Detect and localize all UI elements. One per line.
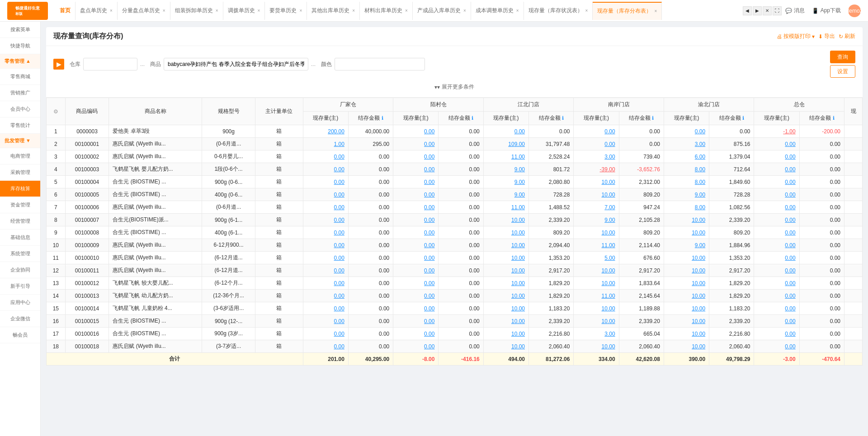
print-dropdown-icon: ▾ (812, 33, 815, 40)
th-gear[interactable]: ⚙ (47, 98, 66, 125)
page-title: 现存量查询(库存分布) (53, 32, 123, 41)
tab-----------[interactable]: 现存量（库存状况表）× (524, 2, 593, 20)
gear-icon[interactable]: ⚙ (53, 108, 58, 115)
tab-close-icon[interactable]: × (516, 8, 519, 13)
yubei-info-icon[interactable]: ℹ (742, 115, 744, 121)
th-group-total: 总仓 (754, 98, 844, 112)
tab-strip: 首页盘点单历史×分量盘点单历史×组装拆卸单历史×调拨单历史×要货单历史×其他出库… (55, 0, 741, 22)
filter-expand-btn[interactable]: ▶ (53, 59, 64, 70)
sidebar-item-----[interactable]: 基础信息 (0, 230, 40, 246)
sidebar-item-----[interactable]: 企业微信 (0, 311, 40, 327)
th-nanan-qty: 现存量(主) (574, 112, 619, 125)
color-filter: 颜色 (321, 58, 425, 70)
inventory-table: ⚙ 商品编码 商品名称 规格型号 主计量单位 厂家仓 陌村仓 江北门店 南岸门店… (46, 98, 863, 366)
page-header: 现存量查询(库存分布) 🖨 按模版打印 ▾ ⬇ 导出 ↻ 刷新 (46, 27, 863, 46)
tab-expand-arrow[interactable]: ⛶ (773, 6, 782, 15)
jiangbei-info-icon[interactable]: ℹ (562, 115, 564, 121)
tab---[interactable]: 首页 (55, 2, 75, 20)
app-logo: 畅捷通好生意 标版 (7, 2, 48, 20)
total-info-icon[interactable]: ℹ (833, 115, 835, 121)
tab-close-arrow[interactable]: ✕ (763, 6, 772, 15)
sidebar-item----[interactable]: 畅会员 (0, 327, 40, 343)
tab-close-icon[interactable]: × (163, 8, 165, 13)
sidebar-item-----[interactable]: 营销推广 (0, 85, 40, 101)
tab-close-icon[interactable]: × (405, 8, 408, 13)
user-menu[interactable]: demo2 (848, 5, 861, 17)
goods-dots-btn[interactable]: ... (311, 61, 316, 67)
sidebar-item-----[interactable]: 库存核算 (0, 181, 40, 197)
tab-close-icon[interactable]: × (110, 8, 113, 13)
tab--------[interactable]: 其他出库单历史× (307, 2, 360, 20)
sidebar-item-----[interactable]: 零售商城 (0, 69, 40, 85)
table-container[interactable]: ⚙ 商品编码 商品名称 规格型号 主计量单位 厂家仓 陌村仓 江北门店 南岸门店… (46, 98, 863, 366)
sidebar-item-----[interactable]: 零售统计 (0, 117, 40, 134)
th-jiangbei-amt: 结存金额 ℹ (529, 112, 574, 125)
tab-next-arrow[interactable]: ▶ (753, 6, 762, 15)
tab-close-icon[interactable]: × (299, 8, 302, 13)
th-jiangbei-qty: 现存量(主) (483, 112, 528, 125)
nanan-info-icon[interactable]: ℹ (652, 115, 654, 121)
sidebar-item-----[interactable]: 电商管理 (0, 148, 40, 164)
message-icon: 💬 (785, 8, 792, 14)
factory-info-icon[interactable]: ℹ (382, 115, 383, 121)
sidebar-item-----[interactable]: 资金管理 (0, 197, 40, 213)
refresh-btn[interactable]: ↻ 刷新 (839, 33, 855, 40)
tab-close-icon[interactable]: × (352, 8, 355, 13)
sidebar-item-----[interactable]: 采购管理 (0, 164, 40, 181)
sidebar-item-----[interactable]: 经营管理 (0, 213, 40, 230)
tab-nav-arrows: ◀ ▶ ✕ ⛶ (743, 6, 782, 15)
tab------[interactable]: 盘点单历史× (75, 2, 118, 20)
setting-btn[interactable]: 设置 (830, 65, 855, 78)
sidebar-item-------[interactable]: 批发管理 ▼ (0, 134, 40, 148)
filter-area: ▶ 仓库 ... 商品 ... 颜色 查询 设置 ▾▾ 展开更多条件 (46, 46, 863, 98)
th-current: 现 (844, 98, 863, 125)
tab-----------[interactable]: 现存量（库存分布表）× (593, 2, 662, 20)
mucun-info-icon[interactable]: ℹ (472, 115, 473, 121)
table-row: 1100100010惠氏启赋 (Wyeth illu...(6-12月道...箱… (47, 252, 863, 264)
expand-more-btn[interactable]: ▾▾ 展开更多条件 (53, 81, 855, 93)
table-row: 1500100014飞鹤星飞帆 儿童奶粉 4...(3-6岁适用...箱0.00… (47, 302, 863, 315)
tab--------[interactable]: 组装拆卸单历史× (170, 2, 223, 20)
tab-close-icon[interactable]: × (216, 8, 218, 13)
warehouse-dots-btn[interactable]: ... (140, 61, 145, 67)
messages-btn[interactable]: 💬 消息 (785, 7, 805, 14)
th-yubei-qty: 现存量(主) (664, 112, 709, 125)
th-yubei-amt: 结存金额 ℹ (709, 112, 754, 125)
tab-close-icon[interactable]: × (258, 8, 260, 13)
sidebar: 搜索英单快捷导航零售管理 ▲零售商城营销推广会员中心零售统计批发管理 ▼电商管理… (0, 22, 41, 436)
print-btn[interactable]: 🖨 按模版打印 ▾ (777, 33, 815, 40)
tab--------[interactable]: 成本调整单历史× (471, 2, 524, 20)
th-group-yubei: 渝北门店 (664, 98, 754, 112)
sidebar-item-----[interactable]: 企业协同 (0, 262, 40, 278)
tab--------[interactable]: 分量盘点单历史× (118, 2, 170, 20)
tab-prev-arrow[interactable]: ◀ (743, 6, 752, 15)
page-actions: 🖨 按模版打印 ▾ ⬇ 导出 ↻ 刷新 (777, 33, 855, 40)
sidebar-item-----[interactable]: 搜索英单 (0, 22, 40, 38)
tab---------[interactable]: 产成品入库单历史× (413, 2, 471, 20)
tab-close-icon[interactable]: × (654, 9, 657, 14)
sidebar-item-----[interactable]: 系统管理 (0, 246, 40, 262)
color-input[interactable] (335, 58, 425, 70)
sidebar-item-----[interactable]: 快捷导航 (0, 38, 40, 54)
th-nanan-amt: 结存金额 ℹ (619, 112, 664, 125)
tab-close-icon[interactable]: × (463, 8, 466, 13)
app-download-btn[interactable]: 📱 App下载 (812, 7, 841, 14)
table-row: 1200100011惠氏启赋 (Wyeth illu...(6-12月道...箱… (47, 264, 863, 277)
tab------[interactable]: 调拨单历史× (223, 2, 265, 20)
export-btn[interactable]: ⬇ 导出 (818, 33, 835, 40)
tab--------[interactable]: 材料出库单历史× (360, 2, 413, 20)
sidebar-item-----[interactable]: 会员中心 (0, 101, 40, 117)
warehouse-input[interactable] (83, 58, 137, 70)
th-group-mucun: 陌村仓 (393, 98, 484, 112)
tab------[interactable]: 要货单历史× (265, 2, 307, 20)
table-row: 10000003爱他美 卓萃3段900g箱200.0040,000.000.00… (47, 125, 863, 138)
sidebar-item-----[interactable]: 应用中心 (0, 295, 40, 311)
table-row: 900100008合生元 (BIOSTIME) ...400g (6-1...箱… (47, 226, 863, 239)
sidebar-item-------[interactable]: 零售管理 ▲ (0, 54, 40, 69)
goods-input[interactable] (164, 58, 308, 70)
query-btn[interactable]: 查询 (830, 51, 855, 63)
top-bar: 畅捷通好生意 标版 首页盘点单历史×分量盘点单历史×组装拆卸单历史×调拨单历史×… (0, 0, 868, 22)
main-content: 现存量查询(库存分布) 🖨 按模版打印 ▾ ⬇ 导出 ↻ 刷新 ▶ 仓库 . (41, 22, 868, 436)
tab-close-icon[interactable]: × (585, 8, 588, 13)
sidebar-item-----[interactable]: 新手引导 (0, 278, 40, 295)
